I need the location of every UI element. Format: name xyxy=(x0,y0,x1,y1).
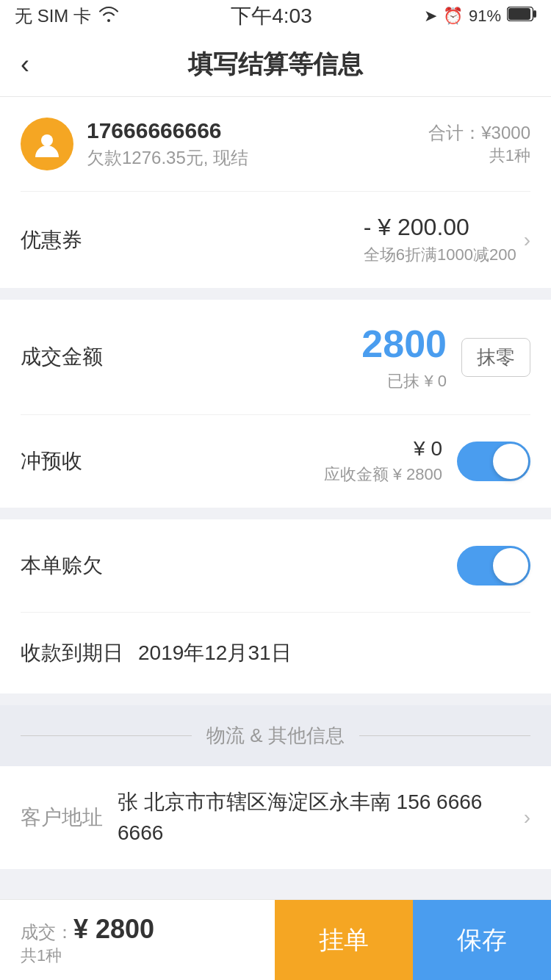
footer-info: 成交：¥ 2800 共1种 xyxy=(0,914,275,967)
customer-sub-info: 欠款1276.35元, 现结 xyxy=(87,146,248,170)
amount-section: 成交金额 2800 已抹 ¥ 0 抹零 冲预收 ¥ 0 应收金额 ¥ 2800 xyxy=(0,300,551,508)
customer-info: 17666666666 欠款1276.35元, 现结 xyxy=(87,118,248,170)
debt-label: 本单赊欠 xyxy=(21,552,103,580)
logistics-header: 物流 & 其他信息 xyxy=(0,705,551,766)
debt-toggle-knob xyxy=(493,548,528,583)
footer-amount: ¥ 2800 xyxy=(73,914,154,944)
logistics-title: 物流 & 其他信息 xyxy=(206,723,345,749)
svg-point-3 xyxy=(41,134,53,146)
status-left: 无 SIM 卡 xyxy=(15,4,119,28)
duedate-row: 收款到期日 2019年12月31日 xyxy=(21,612,530,693)
footer-count: 共1种 xyxy=(21,945,254,967)
customer-phone: 17666666666 xyxy=(87,118,248,143)
precharge-value-block: ¥ 0 应收金额 ¥ 2800 xyxy=(324,437,442,486)
logistics-line-right xyxy=(359,735,530,736)
avatar xyxy=(21,118,73,170)
wifi-icon xyxy=(98,6,119,26)
toggle-knob xyxy=(493,444,528,479)
customer-total: 合计：¥3000 共1种 xyxy=(428,121,530,167)
precharge-sub: 应收金额 ¥ 2800 xyxy=(324,464,442,486)
address-label: 客户地址 xyxy=(21,804,103,832)
customer-row: 17666666666 欠款1276.35元, 现结 合计：¥3000 共1种 xyxy=(21,97,530,191)
coupon-amount: - ¥ 200.00 xyxy=(364,214,516,241)
nav-bar: ‹ 填写结算等信息 xyxy=(0,32,551,97)
coupon-desc: 全场6折满1000减200 xyxy=(364,244,516,266)
total-label: 合计：¥3000 xyxy=(428,121,530,145)
footer-deal-label: 成交：¥ 2800 xyxy=(21,914,254,945)
status-bar: 无 SIM 卡 下午4:03 ➤ ⏰ 91% xyxy=(0,0,551,32)
amount-value: 2800 xyxy=(361,322,447,366)
customer-section: 17666666666 欠款1276.35元, 现结 合计：¥3000 共1种 … xyxy=(0,97,551,288)
save-button[interactable]: 保存 xyxy=(413,900,551,981)
customer-left: 17666666666 欠款1276.35元, 现结 xyxy=(21,118,248,170)
precharge-right: ¥ 0 应收金额 ¥ 2800 xyxy=(324,437,530,486)
coupon-row[interactable]: 优惠券 - ¥ 200.00 全场6折满1000减200 › xyxy=(21,191,530,288)
precharge-row: 冲预收 ¥ 0 应收金额 ¥ 2800 xyxy=(21,414,530,508)
alarm-icon: ⏰ xyxy=(443,7,463,26)
debt-row: 本单赊欠 xyxy=(21,519,530,612)
svg-rect-2 xyxy=(508,8,530,20)
sim-text: 无 SIM 卡 xyxy=(15,4,91,28)
back-button[interactable]: ‹ xyxy=(21,49,29,80)
logistics-line-left xyxy=(21,735,192,736)
address-row[interactable]: 客户地址 张 北京市市辖区海淀区永丰南 156 6666 6666 › xyxy=(0,766,551,869)
coupon-chevron-icon: › xyxy=(524,228,530,252)
total-count: 共1种 xyxy=(428,145,530,167)
debt-toggle[interactable] xyxy=(457,546,530,586)
battery-text: 91% xyxy=(469,7,501,26)
amount-row: 成交金额 2800 已抹 ¥ 0 抹零 xyxy=(21,300,530,414)
status-right: ➤ ⏰ 91% xyxy=(424,7,536,26)
footer: 成交：¥ 2800 共1种 挂单 保存 xyxy=(0,899,551,980)
address-value: 张 北京市市辖区海淀区永丰南 156 6666 6666 xyxy=(118,787,524,849)
amount-sub: 已抹 ¥ 0 xyxy=(361,370,447,392)
precharge-value: ¥ 0 xyxy=(324,437,442,461)
duedate-value: 2019年12月31日 xyxy=(138,639,292,667)
battery-icon xyxy=(507,7,536,26)
hang-button[interactable]: 挂单 xyxy=(275,900,413,981)
svg-rect-1 xyxy=(533,10,536,18)
precharge-toggle[interactable] xyxy=(457,442,530,481)
address-chevron-icon: › xyxy=(524,806,530,829)
precharge-label: 冲预收 xyxy=(21,447,82,475)
eraze-button[interactable]: 抹零 xyxy=(461,338,530,377)
status-time: 下午4:03 xyxy=(231,2,312,30)
amount-right: 2800 已抹 ¥ 0 抹零 xyxy=(361,322,530,392)
coupon-right: - ¥ 200.00 全场6折满1000减200 › xyxy=(364,214,530,266)
debt-section: 本单赊欠 收款到期日 2019年12月31日 xyxy=(0,519,551,693)
coupon-label: 优惠券 xyxy=(21,226,82,254)
amount-label: 成交金额 xyxy=(21,343,103,371)
page-title: 填写结算等信息 xyxy=(188,48,363,82)
location-icon: ➤ xyxy=(424,7,437,26)
duedate-label: 收款到期日 xyxy=(21,639,123,667)
